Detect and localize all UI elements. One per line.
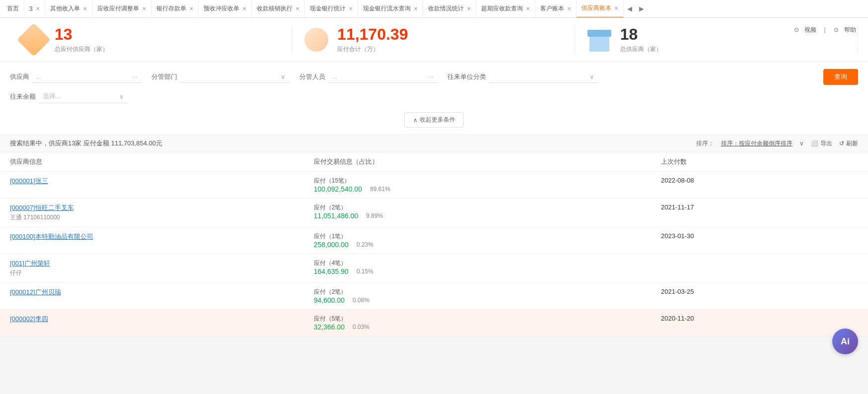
tx-type-count: 应付（2笔） bbox=[314, 288, 641, 296]
nav-tab-cash-bank-flow[interactable]: 现金银行流水查询 ✕ bbox=[358, 0, 423, 18]
filter-item-dept: 分管部门 ∨ bbox=[151, 71, 289, 83]
nav-tab-ap-adjust[interactable]: 应收应付调整单 ✕ bbox=[92, 0, 151, 18]
tx-amount: 100,092,540.00 bbox=[314, 185, 362, 193]
summary-item-ap-suppliers: 13 总应付供应商（家） bbox=[10, 26, 292, 54]
close-icon[interactable]: ✕ bbox=[614, 5, 618, 11]
nav-tab-collection-exec[interactable]: 收款核销执行 ✕ bbox=[252, 0, 305, 18]
nav-tab-customer-account-label: 客户账本 bbox=[540, 4, 564, 13]
dept-label: 分管部门 bbox=[151, 72, 177, 81]
filter-item-person: 分管人员 ... ··· bbox=[299, 71, 437, 83]
balance-select[interactable]: 选择... ∨ bbox=[39, 90, 128, 103]
close-icon[interactable]: ✕ bbox=[567, 6, 571, 11]
video-link[interactable]: 视频 bbox=[804, 26, 816, 33]
export-icon: ⬜ bbox=[811, 140, 818, 147]
supplier-link[interactable]: [001]广州荣轩 bbox=[10, 260, 50, 267]
search-button[interactable]: 查询 bbox=[823, 69, 858, 85]
nav-tab-prepay-collect[interactable]: 预收冲应收单 ✕ bbox=[199, 0, 252, 18]
close-icon[interactable]: ✕ bbox=[467, 6, 471, 11]
nav-arrow-left[interactable]: ◀ bbox=[624, 0, 636, 18]
supplier-link[interactable]: [000001]张三 bbox=[10, 177, 48, 185]
tx-amount: 32,366.00 bbox=[314, 323, 345, 331]
summary-bar: 13 总应付供应商（家） 11,170.39 应付合计（万） 18 总供应商（家… bbox=[0, 18, 868, 62]
tx-info-cell: 应付（1笔）258,000.000.23% bbox=[304, 227, 651, 254]
tx-amount: 258,000.00 bbox=[314, 241, 349, 249]
category-select[interactable]: ∨ bbox=[489, 71, 598, 83]
nav-tab-3[interactable]: 3 ✕ bbox=[24, 0, 45, 18]
supplier-input[interactable]: ... ··· bbox=[32, 71, 142, 83]
circle-icon: ⊙ bbox=[794, 26, 799, 33]
tx-type-count: 应付（1笔） bbox=[314, 232, 641, 241]
nav-tab-home[interactable]: 首页 bbox=[2, 0, 24, 18]
close-icon[interactable]: ✕ bbox=[242, 6, 246, 11]
nav-tab-collection-exec-label: 收款核销执行 bbox=[257, 4, 292, 13]
balance-label: 往来余额 bbox=[10, 92, 36, 101]
table-header-row: 供应商信息 应付交易信息（占比） 上次付数 bbox=[0, 152, 868, 172]
supplier-link[interactable]: [000012]广州贝瑞 bbox=[10, 288, 61, 296]
tx-percent: 0.03% bbox=[353, 324, 369, 330]
th-supplier-info: 供应商信息 bbox=[0, 152, 304, 172]
person-placeholder: ... bbox=[332, 73, 338, 80]
close-icon[interactable]: ✕ bbox=[526, 6, 530, 11]
nav-tab-overdue-query[interactable]: 超期应收款查询 ✕ bbox=[476, 0, 535, 18]
nav-arrow-right[interactable]: ▶ bbox=[636, 0, 648, 18]
refresh-button[interactable]: ↺ 刷新 bbox=[839, 139, 858, 148]
nav-tab-supplier-account[interactable]: 供应商账本 ✕ bbox=[577, 0, 624, 18]
close-icon[interactable]: ✕ bbox=[414, 6, 418, 11]
supplier-label: 供应商 bbox=[10, 72, 29, 81]
nav-tab-cash-bank-stat-label: 现金银行统计 bbox=[310, 4, 346, 13]
tx-count: （2笔） bbox=[326, 204, 347, 211]
supplier-link[interactable]: [000100]本特勤油品有限公司 bbox=[10, 233, 93, 240]
person-input[interactable]: ... ··· bbox=[328, 71, 437, 83]
person-dots: ··· bbox=[428, 73, 434, 80]
collapse-button[interactable]: ∧ 收起更多条件 bbox=[404, 112, 464, 128]
table-row: [000007]恒旺二手叉车王通 17106110000应付（2笔）11,051… bbox=[0, 198, 868, 227]
nav-tab-cash-bank-stat[interactable]: 现金银行统计 ✕ bbox=[305, 0, 358, 18]
export-label: 导出 bbox=[820, 139, 832, 148]
nav-tab-cash-bank-flow-label: 现金银行流水查询 bbox=[363, 4, 411, 13]
tx-percent: 0.15% bbox=[357, 268, 373, 275]
tx-amount: 11,051,486.00 bbox=[314, 212, 359, 220]
last-payment-cell: 2022-08-08 bbox=[651, 172, 868, 198]
chevron-down-icon: ∨ bbox=[281, 73, 286, 80]
ap-suppliers-label: 总应付供应商（家） bbox=[55, 45, 108, 54]
close-icon[interactable]: ✕ bbox=[295, 6, 299, 11]
export-button[interactable]: ⬜ 导出 bbox=[811, 139, 832, 148]
nav-tab-customer-account[interactable]: 客户账本 ✕ bbox=[535, 0, 577, 18]
supplier-info-cell: [000100]本特勤油品有限公司 bbox=[0, 227, 304, 254]
close-icon[interactable]: ✕ bbox=[189, 6, 193, 11]
tx-percent: 89.61% bbox=[370, 186, 390, 193]
close-icon[interactable]: ✕ bbox=[36, 6, 40, 11]
dept-select[interactable]: ∨ bbox=[180, 71, 289, 83]
table-row: [000100]本特勤油品有限公司应付（1笔）258,000.000.23%20… bbox=[0, 227, 868, 254]
tx-count: （4笔） bbox=[326, 260, 347, 266]
results-bar: 搜索结果中，供应商13家 应付金额 111,703,854.00元 排序： 排序… bbox=[0, 135, 868, 152]
close-icon[interactable]: ✕ bbox=[349, 6, 353, 11]
circle-icon-2: ⊙ bbox=[834, 26, 839, 33]
nav-tab-ap-adjust-label: 应收应付调整单 bbox=[97, 4, 139, 13]
nav-tab-collection-stat[interactable]: 收款情况统计 ✕ bbox=[423, 0, 476, 18]
nav-tab-other-income[interactable]: 其他收入单 ✕ bbox=[45, 0, 92, 18]
chevron-down-icon-3: ∨ bbox=[119, 93, 124, 100]
filter-row-1: 供应商 ... ··· 分管部门 ∨ 分管人员 ... ··· 往来单位分类 bbox=[10, 69, 858, 85]
supplier-dots: ··· bbox=[132, 73, 138, 80]
tx-type: 应付 bbox=[314, 260, 326, 266]
tx-info-cell: 应付（5笔）32,366.000.03% bbox=[304, 310, 651, 336]
nav-tab-prepay-collect-label: 预收冲应收单 bbox=[204, 4, 239, 13]
supplier-link[interactable]: [000002]李四 bbox=[10, 315, 48, 323]
th-last-payment: 上次付数 bbox=[651, 152, 868, 172]
table-row: [000001]张三应付（15笔）100,092,540.0089.61%202… bbox=[0, 172, 868, 198]
sort-link[interactable]: 排序：按应付余额倒序排序 bbox=[721, 139, 793, 148]
table-row: [000002]李四应付（5笔）32,366.000.03%2020-11-20 bbox=[0, 310, 868, 336]
supplier-sub-info: 仔仔 bbox=[10, 269, 294, 277]
supplier-link[interactable]: [000007]恒旺二手叉车 bbox=[10, 204, 74, 211]
close-icon[interactable]: ✕ bbox=[83, 6, 87, 11]
top-nav: 首页 3 ✕ 其他收入单 ✕ 应收应付调整单 ✕ 银行存款单 ✕ 预收冲应收单 … bbox=[0, 0, 868, 18]
help-link[interactable]: 帮助 bbox=[844, 26, 856, 33]
refresh-icon: ↺ bbox=[839, 140, 844, 147]
last-payment-cell: 2023-01-30 bbox=[651, 227, 868, 254]
ap-suppliers-icon bbox=[20, 26, 48, 54]
close-icon[interactable]: ✕ bbox=[142, 6, 146, 11]
supplier-placeholder: ... bbox=[36, 73, 42, 80]
nav-tab-bank-deposit[interactable]: 银行存款单 ✕ bbox=[151, 0, 199, 18]
tx-type: 应付 bbox=[314, 204, 326, 211]
